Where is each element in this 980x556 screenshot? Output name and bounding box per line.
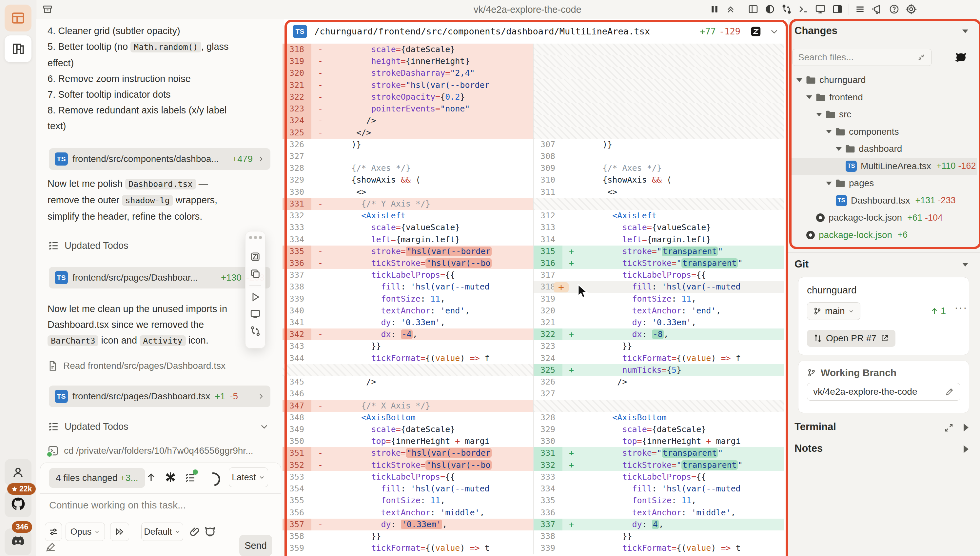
files-changed-chip[interactable]: 4 files changed +3... [49, 468, 145, 488]
tree-item-churnguard[interactable]: churnguard [789, 71, 977, 89]
pen-icon[interactable] [45, 541, 57, 553]
more-menu-icon[interactable]: ··· [954, 301, 967, 314]
tree-item-label: Dashboard.tsx [851, 196, 910, 206]
divider [249, 285, 261, 286]
diff-line: 331+ stroke="transparent" [534, 447, 784, 459]
tree-item-label: MultiLineArea.tsx [861, 161, 931, 171]
add-comment-plus-button[interactable]: + [554, 282, 569, 293]
chevron-down-icon[interactable] [769, 27, 779, 36]
pencil-icon[interactable] [945, 387, 954, 396]
cat-icon[interactable] [204, 525, 216, 538]
folder-icon [835, 128, 845, 136]
mode-dropdown[interactable]: Default [141, 522, 183, 541]
diff-view-icon[interactable] [250, 251, 261, 262]
tree-item-package-lock-json[interactable]: package-lock.json+61-104 [789, 209, 977, 226]
git-collapse-caret[interactable] [962, 263, 968, 267]
megaphone-icon[interactable] [871, 3, 883, 15]
tree-caret-icon[interactable] [826, 182, 832, 185]
drag-handle-icon[interactable] [249, 236, 262, 239]
chevron-down-icon [848, 309, 854, 314]
file-chip-multilinearea[interactable]: TS frontend/src/components/dashboa... +4… [49, 148, 270, 170]
panel-right-icon[interactable] [832, 4, 843, 15]
file-search-input[interactable]: Search files... [793, 49, 932, 66]
monitor-icon[interactable] [249, 309, 261, 320]
diff-line: 345 /> [283, 376, 533, 388]
diff-line: 334 left={margin.left} [283, 234, 533, 246]
tree-item-label: components [849, 126, 899, 137]
inline-code: BarChart3 [47, 335, 98, 346]
diff-line: 311 <> [534, 186, 784, 198]
arrow-up-icon[interactable] [145, 472, 157, 483]
settings-sliders-button[interactable] [45, 522, 62, 541]
collapse-tree-icon[interactable] [917, 53, 926, 62]
help-icon[interactable] [888, 4, 900, 15]
monitor-icon[interactable] [814, 3, 826, 15]
tree-item-frontend[interactable]: frontend [789, 89, 977, 106]
diff-line: 346 [283, 388, 533, 399]
attach-paperclip-icon[interactable] [189, 526, 200, 538]
send-button[interactable]: Send [239, 535, 272, 556]
deletions-count: -162 [958, 161, 976, 171]
tree-item-dashboard-tsx[interactable]: TSDashboard.tsx+131-233 [789, 192, 977, 209]
todos-status-icon[interactable] [184, 472, 196, 483]
rail-tab-layout-active[interactable] [5, 5, 31, 31]
deletions-count: -233 [938, 196, 956, 205]
tree-caret-icon[interactable] [816, 113, 822, 116]
ahead-count: 1 [930, 305, 946, 316]
read-file-row[interactable]: Read frontend/src/pages/Dashboard.tsx [47, 360, 226, 372]
updated-todos-row[interactable]: Updated Todos [47, 240, 274, 251]
diff-line: 308 [534, 150, 784, 162]
latest-dropdown[interactable]: Latest [229, 467, 268, 487]
branch-dropdown[interactable]: main [807, 302, 861, 320]
tree-caret-icon[interactable] [826, 130, 832, 133]
folder-icon [806, 76, 815, 84]
tree-item-dashboard[interactable]: dashboard [789, 140, 977, 157]
rail-tab-board[interactable] [5, 36, 31, 62]
run-play-icon[interactable] [250, 291, 261, 302]
json-file-icon [816, 213, 825, 222]
diff-mode-icon[interactable] [749, 25, 762, 38]
diff-line: 325+ numTicks={5} [534, 364, 784, 376]
cat-icon[interactable] [954, 50, 968, 64]
changes-collapse-caret[interactable] [962, 29, 968, 33]
model-dropdown[interactable]: Opus [66, 522, 105, 541]
archive-icon[interactable] [42, 4, 53, 15]
terminal-expand-caret[interactable] [964, 423, 969, 432]
panel-left-icon[interactable] [748, 4, 759, 15]
tree-item-package-lock-json[interactable]: package-lock.json+6 [789, 226, 977, 244]
copy-icon[interactable] [250, 268, 261, 279]
file-chip-dashboard-2[interactable]: TS frontend/src/pages/Dashboard.tsx +1 -… [49, 386, 270, 407]
divider [849, 3, 849, 15]
updated-todos-row-2[interactable]: Updated Todos [47, 421, 269, 432]
git-compare-icon[interactable] [781, 4, 792, 15]
working-branch-input[interactable]: vk/4e2a-explore-the-code [807, 383, 960, 401]
pause-icon[interactable] [710, 4, 719, 15]
spark-icon[interactable] [165, 472, 176, 483]
fast-forward-button[interactable] [110, 522, 129, 541]
notes-expand-caret[interactable] [964, 445, 969, 453]
tree-caret-icon[interactable] [796, 78, 802, 82]
collapse-all-icon[interactable] [725, 4, 736, 15]
diff-line: 323 }} [534, 340, 784, 352]
menu-icon[interactable] [854, 4, 865, 15]
folder-icon [845, 145, 855, 153]
chat-input[interactable]: Continue working on this task... [49, 499, 186, 511]
expand-icon[interactable] [944, 423, 954, 433]
terminal-command-row[interactable]: cd /private/var/folders/10/h7w0q46556ggr… [47, 445, 253, 456]
tree-item-components[interactable]: components [789, 123, 977, 140]
tree-item-multilinearea-tsx[interactable]: TSMultiLineArea.tsx+110-162 [789, 158, 977, 175]
open-pr-button[interactable]: Open PR #7 [807, 330, 895, 347]
file-chip-dashboard-1[interactable]: TS frontend/src/pages/Dashboar... +130 -… [49, 267, 270, 288]
tree-caret-icon[interactable] [836, 147, 842, 151]
chevron-down-icon[interactable] [259, 422, 269, 431]
tree-caret-icon[interactable] [806, 95, 812, 99]
file-chip-name: frontend/src/pages/Dashboar... [73, 272, 216, 283]
chevron-right-icon [257, 392, 265, 401]
theme-contrast-icon[interactable] [764, 4, 775, 15]
git-compare-icon[interactable] [250, 325, 261, 337]
tree-item-src[interactable]: src [789, 106, 977, 123]
settings-gear-icon[interactable] [905, 3, 917, 15]
terminal-icon[interactable] [798, 4, 809, 15]
profile-button[interactable] [5, 459, 31, 486]
tree-item-pages[interactable]: pages [789, 175, 977, 192]
